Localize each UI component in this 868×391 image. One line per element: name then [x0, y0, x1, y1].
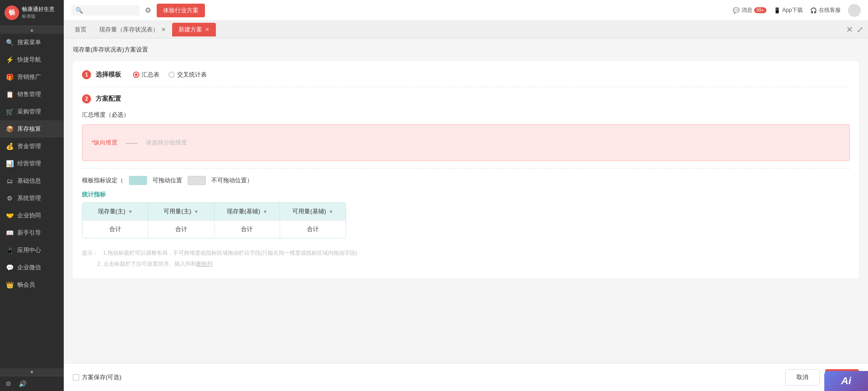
topbar-right: 💬 消息 99+ 📱 App下载 🎧 在线客服 — [733, 4, 861, 17]
tab-new-scheme-label: 新建方案 — [179, 26, 202, 34]
tab-inventory-status[interactable]: 现存量（库存状况表） ✕ — [93, 23, 172, 36]
sidebar-item-system[interactable]: ⚙ 系统管理 — [0, 190, 64, 207]
app-name: 畅康通好生意 — [22, 6, 55, 13]
dimension-box[interactable]: *纵向维度 —— 请选择分组维度 — [82, 124, 850, 161]
sidebar-scroll-down[interactable]: ▼ — [0, 368, 64, 376]
non-draggable-indicator — [188, 176, 206, 185]
col-2-label: 可用量(主) — [163, 207, 191, 216]
cs-icon: 🎧 — [810, 7, 817, 14]
gear-icon[interactable]: ⚙ — [145, 6, 151, 15]
stats-table: 现存量(主) ▼ 可用量(主) ▼ 现存量(基辅) ▼ 可用量(基辅) — [82, 202, 346, 238]
save-checkbox[interactable]: 方案保存(可选) — [73, 373, 122, 381]
tab-inventory-close[interactable]: ✕ — [161, 26, 166, 33]
sidebar-item-label: 新手引导 — [17, 229, 41, 237]
industry-btn[interactable]: 体验行业方案 — [157, 4, 205, 17]
settings-icon[interactable]: ⚙ — [5, 380, 11, 387]
stats-table-row: 合计 合计 合计 合计 — [82, 220, 346, 238]
sidebar-item-marketing[interactable]: 🎁 营销推广 — [0, 68, 64, 86]
step2-label: 方案配置 — [96, 95, 121, 103]
sidebar-scroll-up[interactable]: ▲ — [0, 26, 64, 34]
tabbar: 首页 现存量（库存状况表） ✕ 新建方案 ✕ ✕ ⤢ — [64, 21, 868, 38]
sidebar: 畅 畅康通好生意 标准版 ▲ 🔍 搜索菜单 ⚡ 快捷导航 🎁 营销推广 📋 销售… — [0, 0, 64, 391]
sidebar-item-purchase[interactable]: 🛒 采购管理 — [0, 103, 64, 120]
template-radio-group: 汇总表 交叉统计表 — [133, 71, 207, 79]
stats-label: 统计指标 — [82, 190, 850, 199]
tips-line2: 2. 点击标题栏下拉可设置排序、插入列和删除列 — [82, 258, 850, 269]
divider2 — [82, 168, 850, 169]
sidebar-item-label: 系统管理 — [17, 194, 41, 202]
sidebar-item-app-center[interactable]: 📱 应用中心 — [0, 242, 64, 259]
app-download-btn[interactable]: 📱 App下载 — [774, 6, 803, 14]
search-box[interactable]: 🔍 — [71, 5, 139, 15]
step1-badge: 1 — [82, 70, 91, 79]
radio-summary[interactable]: 汇总表 — [133, 71, 159, 79]
col-4-label: 可用量(基辅) — [292, 207, 326, 216]
audio-icon[interactable]: 🔊 — [19, 380, 26, 387]
sidebar-item-label: 基础信息 — [17, 177, 41, 185]
sidebar-item-basic-info[interactable]: 🗂 基础信息 — [0, 172, 64, 190]
col-4-arrow: ▼ — [329, 209, 333, 214]
customer-service-btn[interactable]: 🎧 在线客服 — [810, 6, 841, 14]
sidebar-item-guide[interactable]: 📖 新手引导 — [0, 224, 64, 242]
sidebar-item-label: 营销推广 — [17, 73, 41, 81]
main-area: 🔍 ⚙ 体验行业方案 💬 消息 99+ 📱 App下载 🎧 在线客服 首页 — [64, 0, 868, 391]
sidebar-item-search-menu[interactable]: 🔍 搜索菜单 — [0, 34, 64, 51]
sidebar-item-label: 采购管理 — [17, 108, 41, 116]
sidebar-item-label: 应用中心 — [17, 246, 41, 254]
search-menu-icon: 🔍 — [5, 38, 14, 46]
config-card: 1 选择模板 汇总表 交叉统计表 — [73, 61, 859, 278]
cs-label: 在线客服 — [819, 6, 841, 14]
finance-icon: 💰 — [5, 142, 14, 150]
sidebar-item-inventory[interactable]: 📦 库存核算 — [0, 120, 64, 138]
radio-summary-label: 汇总表 — [142, 71, 159, 79]
purchase-icon: 🛒 — [5, 108, 14, 116]
cancel-button[interactable]: 取消 — [785, 369, 820, 386]
sidebar-item-member[interactable]: 👑 畅会员 — [0, 276, 64, 293]
wechat-icon: 💬 — [5, 263, 14, 272]
stats-table-header: 现存量(主) ▼ 可用量(主) ▼ 现存量(基辅) ▼ 可用量(基辅) — [82, 203, 346, 220]
tips-section: 提示： 1.拖动标题栏可以调整布局，不可跨维度或指标区域拖动栏目字段(只能在同一… — [82, 247, 850, 269]
draggable-indicator — [129, 176, 147, 185]
radio-cross-label: 交叉统计表 — [177, 71, 207, 79]
sidebar-item-sales[interactable]: 📋 销售管理 — [0, 86, 64, 103]
sidebar-item-enterprise[interactable]: 🤝 企业协同 — [0, 207, 64, 224]
vertical-dim-label: *纵向维度 — [92, 139, 117, 147]
maximize-icon[interactable]: ⤢ — [857, 25, 863, 35]
radio-cross-circle — [168, 72, 175, 78]
col-3-header[interactable]: 现存量(基辅) ▼ — [214, 203, 281, 220]
col-4-header[interactable]: 可用量(基辅) ▼ — [280, 203, 346, 220]
search-input[interactable] — [86, 7, 131, 14]
sidebar-item-wechat[interactable]: 💬 企业微信 — [0, 259, 64, 276]
inventory-icon: 📦 — [5, 125, 14, 133]
app-logo: 畅 畅康通好生意 标准版 — [0, 0, 64, 26]
col-1-header[interactable]: 现存量(主) ▼ — [82, 203, 148, 220]
radio-cross[interactable]: 交叉统计表 — [168, 71, 207, 79]
app-icon: 📱 — [774, 7, 781, 14]
tab-new-scheme-close[interactable]: ✕ — [205, 26, 209, 33]
step1-row: 1 选择模板 汇总表 交叉统计表 — [82, 70, 850, 79]
template-indicator-label: 模板指标设定（ — [82, 176, 123, 185]
footer: 方案保存(可选) 取消 查询 — [64, 363, 868, 391]
message-icon: 💬 — [733, 7, 740, 14]
col-1-label: 现存量(主) — [98, 207, 126, 216]
col-3-arrow: ▼ — [263, 209, 267, 214]
sidebar-nav: 🔍 搜索菜单 ⚡ 快捷导航 🎁 营销推广 📋 销售管理 🛒 采购管理 📦 库存核… — [0, 34, 64, 368]
dim-placeholder: 请选择分组维度 — [146, 139, 187, 147]
tab-new-scheme[interactable]: 新建方案 ✕ — [172, 23, 216, 36]
member-icon: 👑 — [5, 281, 14, 289]
message-btn[interactable]: 💬 消息 99+ — [733, 6, 766, 14]
col-2-header[interactable]: 可用量(主) ▼ — [148, 203, 214, 220]
close-icon[interactable]: ✕ — [846, 25, 853, 35]
non-draggable-label: 不可拖动位置） — [211, 176, 253, 185]
ai-badge[interactable]: Ai — [824, 371, 868, 391]
sidebar-item-finance[interactable]: 💰 资金管理 — [0, 138, 64, 155]
user-avatar[interactable] — [848, 4, 861, 17]
cell-3: 合计 — [214, 221, 281, 238]
sidebar-item-label: 搜索菜单 — [17, 38, 41, 46]
sidebar-item-quick-nav[interactable]: ⚡ 快捷导航 — [0, 51, 64, 68]
cell-2: 合计 — [148, 221, 214, 238]
step2-row: 2 方案配置 — [82, 94, 850, 103]
sidebar-item-label: 畅会员 — [17, 281, 35, 289]
tab-home[interactable]: 首页 — [68, 23, 93, 36]
sidebar-item-operations[interactable]: 📊 经营管理 — [0, 155, 64, 172]
